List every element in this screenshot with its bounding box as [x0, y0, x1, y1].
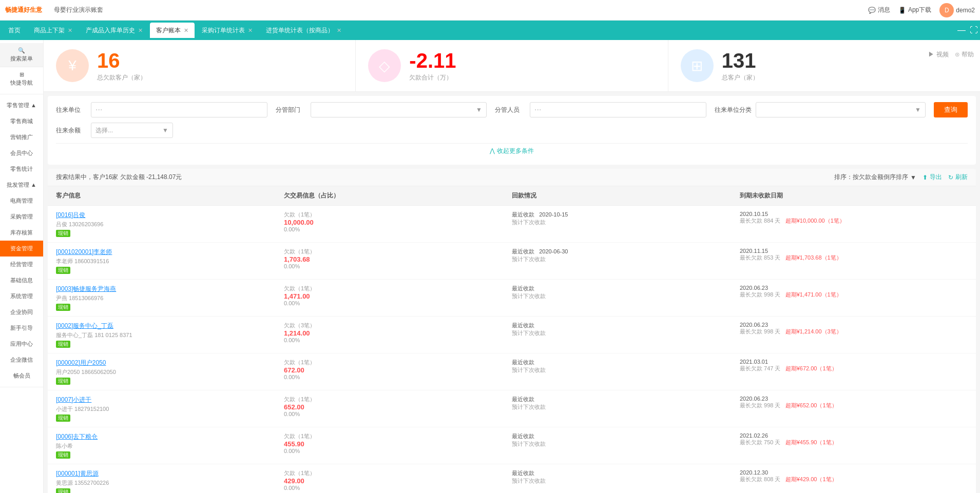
search-button[interactable]: 查询 — [934, 102, 968, 117]
sort-btn[interactable]: 排序：按欠款金额倒序排序 ▼ — [834, 173, 916, 182]
tab-import-summary[interactable]: 进货单统计表（按商品） ✕ — [260, 23, 348, 38]
sidebar-item-retail-stats[interactable]: 零售统计 — [0, 161, 43, 177]
overdue-text-2[interactable]: 超期¥1,471.00（1笔） — [785, 291, 842, 298]
debt-label-0: 欠款（1笔） — [284, 211, 512, 219]
debt-percent-2: 0.00% — [284, 300, 512, 306]
quick-nav-btn[interactable]: ⊞ 快捷导航 — [0, 67, 43, 91]
sidebar-item-ecom-mgmt[interactable]: 电商管理 — [0, 193, 43, 209]
overdue-text-7[interactable]: 超期¥429.00（1笔） — [785, 476, 837, 482]
debt-amount-4[interactable]: 672.00 — [284, 366, 512, 374]
sidebar-item-marketing[interactable]: 营销推广 — [0, 129, 43, 145]
maximize-btn[interactable]: ⛶ — [970, 26, 978, 35]
client-meta-7: 黄思源 13552700226 — [56, 479, 284, 487]
sidebar-item-retail-mgmt[interactable]: 零售管理 ▲ — [0, 97, 43, 113]
debt-amount-5[interactable]: 652.00 — [284, 403, 512, 411]
source-unit-label: 往来单位 — [56, 106, 87, 114]
overdue-text-4[interactable]: 超期¥672.00（1笔） — [785, 365, 837, 371]
client-name-6[interactable]: [0006]去下粮仓 — [56, 432, 284, 441]
unit-category-label: 往来单位分类 — [715, 106, 752, 114]
overdue-text-6[interactable]: 超期¥455.90（1笔） — [785, 439, 837, 445]
export-btn[interactable]: ⬆ 导出 — [923, 173, 942, 182]
app-download-btn[interactable]: 📱 App下载 — [898, 6, 931, 14]
balance-label: 往来余额 — [56, 126, 87, 135]
tab-customer-account[interactable]: 客户账本 ✕ — [150, 23, 195, 38]
payment-info-0: 最近收款 2020-10-15 预计下次收款 — [512, 211, 740, 226]
sidebar-item-corp-wechat[interactable]: 企业微信 — [0, 352, 43, 368]
app-subtitle: 母婴行业演示账套 — [49, 6, 868, 14]
client-name-4[interactable]: [000002]用户2050 — [56, 359, 284, 367]
sidebar-item-corp-collab[interactable]: 企业协同 — [0, 304, 43, 320]
debt-label-4: 欠款（1笔） — [284, 359, 512, 366]
summary-icon-2: ⊞ — [681, 49, 714, 82]
message-btn[interactable]: 💬 消息 — [868, 6, 890, 14]
refresh-btn[interactable]: ↻ 刷新 — [948, 173, 968, 182]
sidebar-item-app-center[interactable]: 应用中心 — [0, 336, 43, 352]
tab-home[interactable]: 首页 — [2, 23, 27, 38]
debt-amount-2[interactable]: 1,471.00 — [284, 292, 512, 300]
due-date-6: 2021.02.26 — [740, 432, 968, 439]
client-name-2[interactable]: [0003]畅捷服务尹海燕 — [56, 285, 284, 293]
client-info-4: [000002]用户2050 用户2050 18665062050 现销 — [56, 359, 284, 385]
source-unit-input[interactable]: ··· — [91, 102, 267, 117]
phone-icon: 📱 — [898, 7, 906, 14]
tab-close-customer-account[interactable]: ✕ — [184, 27, 188, 34]
summary-card-1: ◇ -2.11 欠款合计（万） — [356, 40, 668, 91]
client-name-3[interactable]: [0002]服务中心_丁磊 — [56, 322, 284, 330]
debt-amount-1[interactable]: 1,703.68 — [284, 255, 512, 263]
debt-amount-3[interactable]: 1,214.00 — [284, 329, 512, 337]
tab-close-produce-history[interactable]: ✕ — [138, 27, 143, 34]
client-name-7[interactable]: [000001]黄思源 — [56, 469, 284, 478]
sidebar-item-inventory[interactable]: 库存核算 — [0, 225, 43, 241]
client-info-7: [000001]黄思源 黄思源 13552700226 现销 — [56, 469, 284, 493]
due-info-1: 2020.11.15 最长欠款 853 天 超期¥1,703.68（1笔） — [740, 248, 968, 262]
overdue-text-5[interactable]: 超期¥652.00（1笔） — [785, 402, 837, 408]
tab-products-off[interactable]: 商品上下架 ✕ — [28, 23, 79, 38]
help-btn[interactable]: ⊙ 帮助 — [955, 50, 974, 59]
tab-close-purchase-summary[interactable]: ✕ — [248, 27, 253, 34]
filter-dept: 分管部门 ▼ — [276, 102, 487, 117]
debt-label-2: 欠款（1笔） — [284, 285, 512, 292]
sidebar-item-retail-mall[interactable]: 零售商城 — [0, 113, 43, 129]
search-menu-btn[interactable]: 🔍 搜索菜单 — [0, 43, 43, 67]
due-info-7: 2020.12.30 最长欠款 808 天 超期¥429.00（1笔） — [740, 469, 968, 483]
tab-close-import-summary[interactable]: ✕ — [337, 27, 341, 34]
sidebar-item-finance[interactable]: 资金管理 — [0, 241, 43, 257]
client-name-1[interactable]: [0001020001]李老师 — [56, 248, 284, 257]
tab-purchase-summary[interactable]: 采购订单统计表 ✕ — [196, 23, 259, 38]
sidebar-item-purchase-mgmt[interactable]: 采购管理 — [0, 209, 43, 225]
tab-close-products-off[interactable]: ✕ — [68, 27, 72, 34]
collapse-bar[interactable]: ⋀ 收起更多条件 — [56, 143, 968, 159]
overdue-text-3[interactable]: 超期¥1,214.00（3笔） — [785, 328, 842, 334]
sidebar-label: 企业协同 — [10, 308, 33, 316]
video-btn[interactable]: ▶ 视频 — [928, 50, 948, 59]
overdue-text-0[interactable]: 超期¥10,000.00（1笔） — [785, 218, 845, 224]
summary-info-1: -2.11 欠款合计（万） — [409, 49, 655, 82]
sidebar-item-wholesale-mgmt[interactable]: 批发管理 ▲ — [0, 177, 43, 193]
client-name-0[interactable]: [0016]吕俊 — [56, 211, 284, 220]
sidebar-item-basic-info[interactable]: 基础信息 — [0, 272, 43, 288]
sidebar-item-newbie[interactable]: 新手引导 — [0, 320, 43, 336]
debt-amount-0[interactable]: 10,000.00 — [284, 219, 512, 226]
sidebar-item-member[interactable]: 会员中心 — [0, 145, 43, 161]
client-name-5[interactable]: [0007]小进干 — [56, 396, 284, 404]
user-menu[interactable]: D demo2 — [939, 3, 975, 17]
summary-card-2: ⊞ 131 总客户（家） ▶ 视频 ⊙ 帮助 — [668, 40, 980, 91]
debt-amount-6[interactable]: 455.90 — [284, 440, 512, 448]
dept-select[interactable]: ▼ — [311, 102, 487, 117]
table-row: [0006]去下粮仓 陈小希 现销 欠款（1笔） 455.90 0.00% 最近… — [48, 427, 976, 464]
sidebar-item-vip-member[interactable]: 畅会员 — [0, 368, 43, 384]
balance-select[interactable]: 选择... ▼ — [91, 123, 173, 138]
next-payment-1: 预计下次收款 — [512, 255, 740, 263]
grid-icon: ⊞ — [20, 71, 24, 78]
overdue-days-7: 最长欠款 808 天 超期¥429.00（1笔） — [740, 476, 968, 483]
manager-input[interactable]: ··· — [530, 102, 706, 117]
sidebar-item-system-mgmt[interactable]: 系统管理 — [0, 288, 43, 304]
tab-produce-history[interactable]: 产成品入库单历史 ✕ — [80, 23, 149, 38]
summary-number-0: 16 — [97, 49, 343, 72]
sidebar-item-operations[interactable]: 经营管理 — [0, 257, 43, 272]
sort-label: 排序：按欠款金额倒序排序 — [834, 173, 908, 182]
unit-category-select[interactable]: ▼ — [756, 102, 926, 117]
overdue-text-1[interactable]: 超期¥1,703.68（1笔） — [785, 254, 842, 261]
minimize-btn[interactable]: — — [957, 26, 966, 35]
debt-amount-7[interactable]: 429.00 — [284, 477, 512, 485]
